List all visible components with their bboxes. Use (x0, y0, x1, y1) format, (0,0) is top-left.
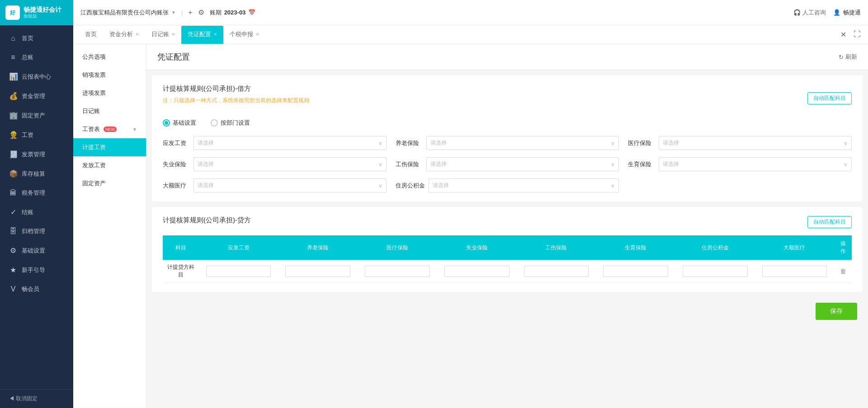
field-label: 住房公积金 (396, 182, 425, 190)
settings-icon: ⚙ (9, 246, 17, 255)
period-selector[interactable]: 账期 2023-03 📅 (210, 9, 256, 17)
sidebar-item-archive[interactable]: 🗄 归档管理 (0, 222, 73, 241)
maximize-button[interactable]: ⛶ (852, 28, 863, 41)
delete-row-button[interactable]: 🗑 (840, 267, 846, 275)
field-gongshang: 工伤保险 请选择 ∨ (396, 157, 619, 171)
debit-auto-match-button[interactable]: 自动匹配科目 (807, 92, 852, 104)
unpin-sidebar-button[interactable]: ◀ 取消固定 (0, 389, 73, 408)
debit-section-header: 计提核算规则(公司承担)-借方 注：只能选择一种方式，系统将按照您当前的选择来配… (163, 84, 852, 112)
select-placeholder: 请选择 (663, 139, 679, 147)
th-shengyu: 生育保险 (596, 235, 675, 260)
select-placeholder: 请选择 (430, 139, 447, 147)
save-button[interactable]: 保存 (816, 303, 857, 320)
tab-home[interactable]: 首页 (79, 26, 103, 44)
input-gongshang[interactable] (524, 266, 589, 277)
sub-sidebar-item-purchase[interactable]: 进项发票 (73, 84, 146, 102)
company-selector[interactable]: 江西服宝精品有限责任公司内账张 ▼ (80, 9, 176, 17)
sub-sidebar-item-journal[interactable]: 日记账 (73, 102, 146, 120)
sidebar-item-invoice[interactable]: 🧾 发票管理 (0, 145, 73, 164)
field-select-gongshang[interactable]: 请选择 ∨ (426, 157, 619, 171)
field-select-yanglao[interactable]: 请选择 ∨ (426, 136, 619, 150)
th-zhufang: 住房公积金 (675, 235, 755, 260)
input-yanglao[interactable] (285, 266, 350, 277)
sidebar-item-inventory[interactable]: 📦 库存核算 (0, 164, 73, 183)
cell-yingfa (199, 260, 278, 283)
account-settings-icon[interactable]: ⚙ (198, 8, 204, 17)
field-select-shengyu[interactable]: 请选择 ∨ (659, 157, 852, 171)
sidebar-item-home[interactable]: ⌂ 首页 (0, 29, 73, 48)
tab-tax[interactable]: 个税申报 × (223, 26, 265, 44)
credit-auto-match-button[interactable]: 自动匹配科目 (807, 216, 852, 228)
tab-journal[interactable]: 日记账 × (145, 26, 181, 44)
sidebar-item-ledger[interactable]: ≡ 总账 (0, 48, 73, 67)
topbar-divider: | (181, 9, 183, 16)
home-icon: ⌂ (9, 34, 17, 42)
archive-icon: 🗄 (9, 227, 17, 235)
th-daeyiliao: 大额医疗 (755, 235, 835, 260)
main-content: 凭证配置 ↻ 刷新 计提核算规则(公司承担)-借方 注：只能选择一种方式，系统将… (146, 44, 868, 408)
input-zhufang[interactable] (683, 266, 748, 277)
sub-sidebar-item-public[interactable]: 公共选项 (73, 48, 146, 66)
sidebar-item-settle[interactable]: ✓ 结账 (0, 202, 73, 222)
tab-capital[interactable]: 资金分析 × (103, 26, 145, 44)
cell-zhufang (675, 260, 755, 283)
field-label: 大额医疗 (163, 182, 190, 190)
radio-dept[interactable]: 按部门设置 (211, 119, 250, 127)
refresh-button[interactable]: ↻ 刷新 (839, 53, 857, 61)
field-select-shiye[interactable]: 请选择 ∨ (193, 157, 387, 171)
tab-journal-close[interactable]: × (172, 31, 175, 38)
tax-icon: 🏛 (9, 189, 17, 197)
sidebar-item-capital[interactable]: 💰 资金管理 (0, 86, 73, 106)
main-area: 江西服宝精品有限责任公司内账张 ▼ | + ⚙ 账期 2023-03 📅 🎧 人… (73, 0, 868, 408)
select-chevron-icon: ∨ (844, 161, 848, 168)
close-tab-button[interactable]: ✕ (839, 28, 848, 41)
sidebar-item-reports[interactable]: 📊 云报表中心 (0, 67, 73, 86)
credit-section: 计提核算规则(公司承担)-贷方 自动匹配科目 科目 应发工资 养老保险 医疗保险… (152, 207, 863, 292)
sub-sidebar-accrual-label: 计提工资 (82, 143, 106, 151)
sub-sidebar-item-sales[interactable]: 销项发票 (73, 66, 146, 84)
cell-shiye (437, 260, 517, 283)
sidebar-item-settings[interactable]: ⚙ 基础设置 (0, 241, 73, 260)
field-select-zhufang[interactable]: 请选择 ∨ (429, 178, 619, 192)
sidebar-item-guide[interactable]: ★ 新手引导 (0, 260, 73, 280)
input-daeyiliao[interactable] (762, 266, 827, 277)
th-yingfa: 应发工资 (199, 235, 278, 260)
sidebar-item-assets[interactable]: 🏢 固定资产 (0, 106, 73, 125)
service-button[interactable]: 🎧 人工咨询 (793, 9, 826, 17)
radio-dept-circle (211, 119, 218, 127)
sidebar-item-tax[interactable]: 🏛 税务管理 (0, 183, 73, 202)
sub-sidebar-item-fixed-assets[interactable]: 固定资产 (73, 174, 146, 192)
field-select-daeyiliao[interactable]: 请选择 ∨ (193, 178, 387, 192)
input-shiye[interactable] (444, 266, 509, 277)
field-select-yingfa[interactable]: 请选择 ∨ (193, 136, 387, 150)
sub-sidebar-item-accrual[interactable]: 计提工资 (73, 138, 146, 156)
user-menu[interactable]: 👤 畅捷通 (833, 9, 861, 17)
add-account-button[interactable]: + (188, 9, 192, 17)
tab-tax-label: 个税申报 (230, 30, 253, 38)
sidebar-item-salary[interactable]: 👷 工资 (0, 125, 73, 145)
tab-voucher-close[interactable]: × (214, 31, 217, 38)
sub-sidebar-item-pay-salary[interactable]: 发放工资 (73, 156, 146, 174)
tab-capital-label: 资金分析 (109, 30, 133, 38)
sidebar-item-label: 畅会员 (22, 285, 39, 293)
radio-basic[interactable]: 基础设置 (163, 119, 196, 127)
logo-icon: 好 (5, 5, 20, 20)
field-zhufang: 住房公积金 请选择 ∨ (396, 178, 619, 192)
tab-capital-close[interactable]: × (136, 31, 139, 38)
tab-tax-close[interactable]: × (256, 31, 259, 38)
select-chevron-icon: ∨ (378, 183, 382, 189)
company-name: 江西服宝精品有限责任公司内账张 (80, 9, 169, 17)
sub-sidebar-item-salary-table[interactable]: 工资表 NEW ▼ (73, 120, 146, 138)
settle-icon: ✓ (9, 208, 17, 216)
tab-voucher[interactable]: 凭证配置 × (181, 26, 223, 44)
sub-sidebar-salary-table-label: 工资表 (82, 125, 100, 133)
field-label: 失业保险 (163, 160, 190, 169)
input-yingfa[interactable] (206, 266, 271, 277)
sidebar-nav: ⌂ 首页 ≡ 总账 📊 云报表中心 💰 资金管理 🏢 固定资产 👷 工资 🧾 发… (0, 25, 73, 389)
row-label: 计提贷方科目 (163, 260, 199, 283)
sidebar-item-vip[interactable]: V 畅会员 (0, 280, 73, 299)
field-select-yiliao[interactable]: 请选择 ∨ (659, 136, 852, 150)
th-operation: 操作 (834, 235, 852, 260)
input-yiliao[interactable] (365, 266, 430, 277)
input-shengyu[interactable] (603, 266, 668, 277)
